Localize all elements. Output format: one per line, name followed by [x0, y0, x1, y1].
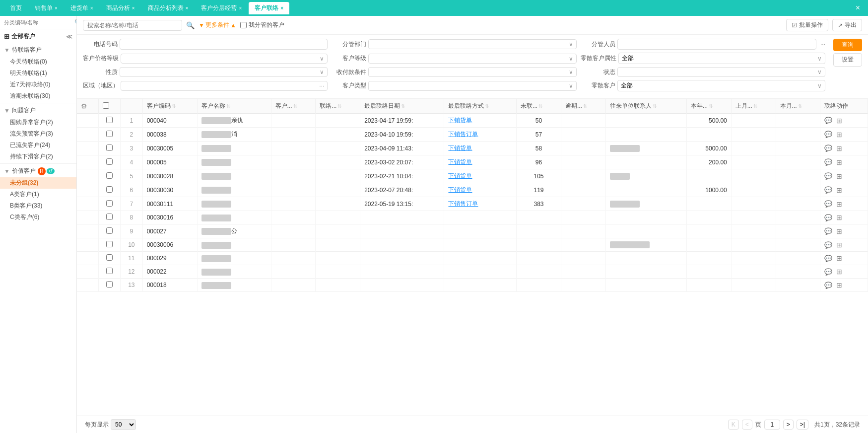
row-checkbox-4[interactable] — [106, 172, 113, 179]
sidebar-group-value-customers[interactable]: ▼ 价值客户 R ↺ — [0, 165, 76, 177]
chat-icon-4[interactable]: 💬 — [824, 172, 832, 180]
th-this-year[interactable]: 本年...⇅ — [686, 99, 731, 114]
grid-icon-0[interactable]: ⊞ — [836, 117, 842, 125]
td-check-11[interactable] — [98, 265, 120, 279]
select-all-checkbox[interactable] — [103, 102, 109, 109]
grid-icon-4[interactable]: ⊞ — [836, 172, 842, 180]
tab-customer-contact[interactable]: 客户联络 × — [249, 2, 289, 14]
th-settings[interactable]: ⚙ — [77, 99, 98, 114]
sidebar-item-class-a[interactable]: A类客户(1) — [0, 189, 76, 200]
th-name[interactable]: 客户名称⇅ — [198, 99, 271, 114]
tab-customer-contact-close[interactable]: × — [280, 5, 283, 11]
row-checkbox-1[interactable] — [106, 131, 113, 137]
td-check-5[interactable] — [98, 183, 120, 197]
chat-icon-6[interactable]: 💬 — [824, 200, 832, 208]
th-this-month[interactable]: 本月...⇅ — [776, 99, 820, 114]
first-page-btn[interactable]: K — [728, 420, 739, 430]
filter-region-select[interactable]: ··· — [121, 81, 328, 91]
sidebar-item-today-pending[interactable]: 今天待联络(0) — [0, 56, 76, 68]
sidebar-item-churned[interactable]: 已流失客户(24) — [0, 140, 76, 151]
sidebar-item-7day-pending[interactable]: 近7天待联络(0) — [0, 79, 76, 90]
th-last-date[interactable]: 最后联络日期⇅ — [360, 99, 444, 114]
last-method-link-5[interactable]: 下销货单 — [448, 186, 472, 193]
filter-scattered-attr-select[interactable]: 全部 ∨ — [618, 53, 825, 64]
sidebar-group-problem-customers[interactable]: ▼ 问题客户 — [0, 104, 76, 117]
grid-icon-8[interactable]: ⊞ — [836, 227, 842, 235]
chat-icon-8[interactable]: 💬 — [824, 227, 832, 235]
tab-product-analysis[interactable]: 商品分析 × — [100, 2, 141, 14]
th-unit-contact[interactable]: 往来单位联系人⇅ — [605, 99, 686, 114]
tab-product-analysis-close[interactable]: × — [132, 5, 135, 11]
chat-icon-5[interactable]: 💬 — [824, 186, 832, 194]
filter-status-select[interactable]: ∨ — [617, 67, 825, 77]
grid-icon-2[interactable]: ⊞ — [836, 144, 842, 152]
grid-icon-6[interactable]: ⊞ — [836, 200, 842, 208]
grid-icon-1[interactable]: ⊞ — [836, 131, 842, 139]
row-checkbox-12[interactable] — [106, 281, 113, 288]
td-check-12[interactable] — [98, 279, 120, 292]
tab-sales-close[interactable]: × — [55, 5, 58, 11]
filter-dept-select[interactable]: ∨ — [368, 39, 576, 49]
sidebar-collapse-btn[interactable]: ≪ — [66, 33, 72, 40]
tab-purchase[interactable]: 进货单 × — [65, 2, 99, 14]
all-customers-header[interactable]: ⊞ 全部客户 ≪ — [0, 29, 76, 44]
row-checkbox-8[interactable] — [106, 227, 113, 234]
sidebar-item-class-b[interactable]: B类客户(33) — [0, 200, 76, 212]
batch-op-btn[interactable]: ☑ 批量操作 — [786, 19, 828, 31]
tab-customer-tier-close[interactable]: × — [239, 5, 242, 11]
td-check-2[interactable] — [98, 142, 120, 155]
chat-icon-7[interactable]: 💬 — [824, 214, 832, 221]
row-checkbox-11[interactable] — [106, 268, 113, 274]
last-method-link-6[interactable]: 下销售订单 — [448, 200, 478, 207]
sidebar-item-abnormal-purchase[interactable]: 囤购异常客户(2) — [0, 117, 76, 128]
chat-icon-0[interactable]: 💬 — [824, 117, 832, 124]
sidebar-item-churn-warning[interactable]: 流失预警客户(3) — [0, 128, 76, 140]
tab-product-analysis-list-close[interactable]: × — [186, 5, 189, 11]
chat-icon-11[interactable]: 💬 — [824, 268, 832, 276]
chat-icon-3[interactable]: 💬 — [824, 158, 832, 166]
grid-icon-7[interactable]: ⊞ — [836, 214, 842, 221]
sidebar-group-pending-contact[interactable]: ▼ 待联络客户 — [0, 44, 76, 56]
td-check-4[interactable] — [98, 169, 120, 183]
filter-payment-select[interactable]: ∨ — [368, 67, 576, 77]
prev-page-btn[interactable]: < — [742, 420, 752, 430]
last-method-link-2[interactable]: 下销货单 — [448, 144, 472, 151]
grid-icon-12[interactable]: ⊞ — [836, 281, 842, 289]
row-checkbox-9[interactable] — [106, 241, 113, 247]
th-check[interactable] — [98, 99, 120, 114]
td-check-9[interactable] — [98, 238, 120, 252]
tab-home[interactable]: 首页 — [4, 2, 28, 14]
th-no-contact[interactable]: 未联...⇅ — [517, 99, 561, 114]
gear-icon[interactable]: ⚙ — [81, 102, 87, 110]
td-check-10[interactable] — [98, 252, 120, 265]
filter-nature-select[interactable]: ∨ — [120, 67, 328, 77]
th-contact[interactable]: 联络...⇅ — [316, 99, 360, 114]
td-check-3[interactable] — [98, 155, 120, 169]
grid-icon-3[interactable]: ⊞ — [836, 158, 842, 166]
sidebar-item-unclassified[interactable]: 未分组(32) — [0, 177, 76, 189]
next-page-btn[interactable]: > — [783, 420, 794, 430]
row-checkbox-3[interactable] — [106, 158, 113, 165]
row-checkbox-7[interactable] — [106, 214, 113, 220]
last-method-link-0[interactable]: 下销货单 — [448, 117, 472, 124]
grid-icon-5[interactable]: ⊞ — [836, 186, 842, 194]
row-checkbox-10[interactable] — [106, 254, 113, 261]
more-conditions-btn[interactable]: ▼ 更多条件 ▲ — [199, 21, 236, 29]
reset-btn[interactable]: 设置 — [833, 53, 862, 67]
tab-sales[interactable]: 销售单 × — [29, 2, 64, 14]
sidebar-item-declining[interactable]: 持续下滑客户(2) — [0, 151, 76, 162]
current-page-input[interactable] — [764, 420, 780, 430]
filter-phone-input[interactable] — [120, 39, 328, 50]
sidebar-item-class-c[interactable]: C类客户(6) — [0, 212, 76, 223]
tab-product-analysis-list[interactable]: 商品分析列表 × — [142, 2, 195, 14]
row-checkbox-2[interactable] — [106, 144, 113, 151]
th-overdue[interactable]: 逾期...⇅ — [561, 99, 605, 114]
sidebar-search-input[interactable] — [4, 19, 72, 25]
td-check-7[interactable] — [98, 211, 120, 224]
filter-search-btn[interactable]: 🔍 — [186, 21, 195, 29]
filter-scattered-customer-select[interactable]: 全部 ∨ — [617, 80, 825, 91]
sidebar-item-tomorrow-pending[interactable]: 明天待联络(1) — [0, 68, 76, 79]
td-check-1[interactable] — [98, 128, 120, 142]
grid-icon-9[interactable]: ⊞ — [836, 241, 842, 249]
th-customer-type[interactable]: 客户...⇅ — [271, 99, 316, 114]
